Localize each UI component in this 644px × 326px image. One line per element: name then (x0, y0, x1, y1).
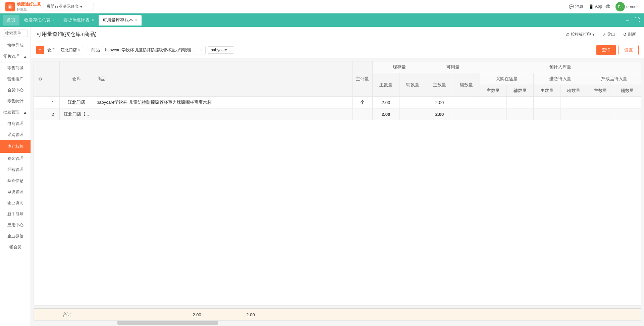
app-download-label: App下载 (595, 4, 610, 9)
template-print-btn[interactable]: 🖨 按模板打印 ▾ (563, 30, 597, 39)
sidebar-item-new-guide-label: 新手引导 (7, 212, 23, 216)
export-icon: ↗ (602, 32, 606, 37)
sidebar-search-input[interactable] (3, 30, 28, 37)
td-warehouse: 江北门店 (60, 97, 93, 108)
tab-purchase-stats[interactable]: 要货单统计表 × (59, 15, 98, 26)
sidebar-item-ops-mgmt[interactable]: 经营管理 (0, 164, 31, 175)
avatar: Ea (615, 2, 625, 11)
query-button[interactable]: 查询 (596, 45, 616, 55)
subtotal-pp-main (534, 108, 560, 120)
subtotal-unit (353, 108, 373, 120)
product-tag-1-close[interactable]: × (200, 48, 202, 52)
tab-bar: 首页 收发存汇总表 × 要货单统计表 × 可用量库存账本 × – ⛶ (0, 13, 644, 27)
refresh-btn[interactable]: ↺ 刷新 (621, 30, 639, 39)
td-pp-aux (560, 97, 587, 108)
sidebar-item-finance-mgmt[interactable]: 资金管理 (0, 153, 31, 164)
export-label: 导出 (607, 32, 615, 37)
scrollbar-thumb[interactable] (117, 321, 218, 325)
sidebar-item-purchase-mgmt[interactable]: 采购管理 (0, 129, 31, 140)
sidebar-item-quick-nav-label: 快捷导航 (7, 43, 23, 48)
horizontal-scrollbar[interactable] (34, 321, 641, 325)
sidebar-section-wholesale-chevron: ▲ (23, 110, 27, 115)
industry-select[interactable]: 母婴行业演示账套 ▾ (44, 3, 94, 10)
sidebar-item-enterprise-wechat[interactable]: 企业微信 (0, 231, 31, 242)
sidebar-item-quick-nav[interactable]: 快捷导航 (0, 40, 31, 51)
settings-button[interactable]: 设置 (619, 45, 639, 55)
sidebar-item-new-guide[interactable]: 新手引导 (0, 208, 31, 220)
product-tag-2[interactable]: babycare… (208, 46, 234, 54)
svg-text:好: 好 (8, 5, 12, 8)
td-product: babycare学饮杯 儿童防摔防撞吸管杯重力球吸嘴杯宝宝水杯 (93, 97, 353, 108)
sidebar-item-retail-stats[interactable]: 零售统计 (0, 96, 31, 107)
username: demo2 (626, 4, 639, 9)
sidebar-item-inventory-check[interactable]: 库存核算 (0, 140, 31, 153)
logo-area: 好 畅捷通好生意 标准版 (5, 1, 41, 12)
sidebar-item-basic-info[interactable]: 基础信息 (0, 175, 31, 186)
gear-icon: ⚙ (38, 77, 42, 82)
sidebar-item-purchase-mgmt-label: 采购管理 (7, 132, 23, 137)
filter-expand-btn[interactable]: » (36, 46, 44, 54)
refresh-icon: ↺ (623, 32, 627, 37)
data-table: ⚙ 仓库 商品 主计量 (34, 61, 641, 120)
subtotal-prodp-main (587, 108, 614, 120)
data-table-container: ⚙ 仓库 商品 主计量 (34, 61, 641, 306)
th-product-pending: 产成品待入量 (587, 73, 641, 85)
tab-expand-btn[interactable]: ⛶ (633, 16, 641, 25)
sidebar-item-marketing-label: 营销推广 (7, 77, 23, 81)
total-footer: 合计 2.00 2.00 (34, 308, 641, 321)
tab-receive-summary-close[interactable]: × (52, 18, 55, 22)
sidebar-item-retail-mall[interactable]: 零售商城 (0, 62, 31, 74)
sidebar-item-vip-member[interactable]: 畅会员 (0, 242, 31, 253)
td-unit: 个 (353, 97, 373, 108)
th-unit: 主计量 (353, 61, 373, 97)
th-prodp-main: 主数量 (587, 85, 614, 97)
sidebar-item-inventory-check-label: 库存核算 (7, 144, 23, 149)
sidebar-item-vip-member-label: 畅会员 (9, 245, 21, 249)
sidebar-item-marketing[interactable]: 营销推广 (0, 74, 31, 85)
warehouse-filter-label: 仓库 (47, 47, 56, 53)
th-pp-main: 主数量 (534, 85, 560, 97)
th-pt-aux: 辅数量 (507, 85, 534, 97)
sidebar-item-ecommerce-mgmt[interactable]: 电商管理 (0, 118, 31, 129)
app-icon: 📱 (589, 4, 594, 9)
th-settings[interactable]: ⚙ (34, 61, 46, 97)
warehouse-filter-group: 仓库 江北门店 × ... (47, 46, 89, 54)
tab-home[interactable]: 首页 (3, 15, 19, 26)
content-area: 可用量查询(按仓库+商品) 🖨 按模板打印 ▾ ↗ 导出 ↺ 刷新 (31, 27, 644, 326)
tab-available-stock[interactable]: 可用量库存账本 × (99, 15, 142, 26)
app-download-btn[interactable]: 📱 App下载 (589, 4, 610, 9)
user-profile[interactable]: Ea demo2 (615, 2, 639, 11)
tab-minimize-btn[interactable]: – (625, 16, 631, 25)
th-pp-aux: 辅数量 (560, 85, 587, 97)
td-prodp-main (587, 97, 614, 108)
warehouse-more[interactable]: ... (85, 48, 89, 52)
product-filter-group: 商品 babycare学饮杯 儿童防摔防撞吸管杯重力球吸嘴杯宝宝水杯 × bab… (91, 46, 234, 54)
page-header: 可用量查询(按仓库+商品) 🖨 按模板打印 ▾ ↗ 导出 ↺ 刷新 (31, 27, 644, 42)
td-stock-main: 2.00 (373, 97, 399, 108)
sidebar-item-member-center[interactable]: 会员中心 (0, 85, 31, 96)
tab-purchase-stats-close[interactable]: × (92, 18, 94, 22)
sidebar-item-system-mgmt[interactable]: 系统管理 (0, 186, 31, 197)
brand-info: 畅捷通好生意 标准版 (17, 1, 41, 12)
total-available-main: 2.00 (237, 312, 264, 317)
td-no: 1 (46, 97, 60, 108)
product-tag-1[interactable]: babycare学饮杯 儿童防摔防撞吸管杯重力球吸嘴杯宝宝水杯 × (102, 46, 205, 54)
export-btn[interactable]: ↗ 导出 (600, 30, 618, 39)
subtotal-pt-aux (507, 108, 534, 120)
warehouse-tag-jiangbei[interactable]: 江北门店 × (58, 46, 83, 54)
sidebar-item-ops-mgmt-label: 经营管理 (7, 167, 23, 172)
th-pt-main: 主数量 (480, 85, 507, 97)
message-btn[interactable]: 💬 消息 (569, 4, 583, 9)
subtotal-pt-main (480, 108, 507, 120)
sidebar-section-retail-mgmt[interactable]: 零售管理 ▲ (0, 51, 31, 62)
warehouse-tag-jiangbei-close[interactable]: × (78, 48, 80, 52)
subtotal-pp-aux (560, 108, 587, 120)
sidebar-item-app-center[interactable]: 应用中心 (0, 220, 31, 231)
tab-available-stock-close[interactable]: × (135, 18, 138, 22)
sidebar-item-enterprise-coop[interactable]: 企业协同 (0, 197, 31, 208)
th-purchase-pending: 进货待入量 (534, 73, 587, 85)
tab-receive-summary[interactable]: 收发存汇总表 × (20, 15, 59, 26)
sidebar-item-basic-info-label: 基础信息 (7, 178, 23, 183)
main-layout: 快捷导航 零售管理 ▲ 零售商城 营销推广 会员中心 零售统计 批发管理 ▲ 电… (0, 27, 644, 326)
sidebar-section-wholesale-mgmt[interactable]: 批发管理 ▲ (0, 107, 31, 118)
